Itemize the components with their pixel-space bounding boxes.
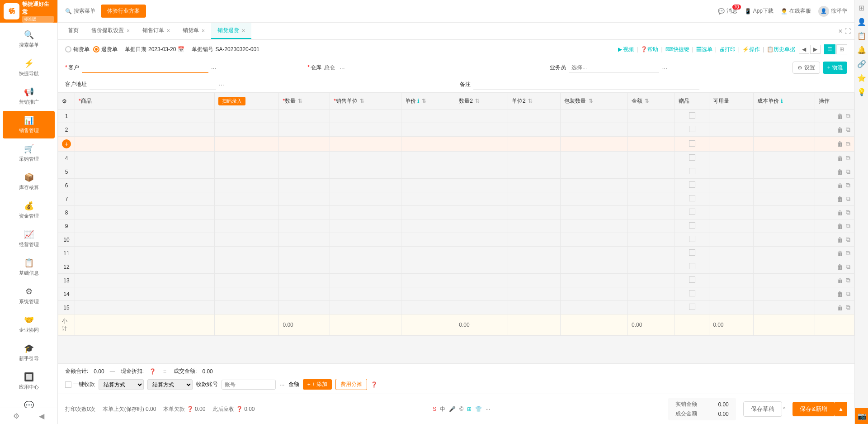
pkg-sort-icon[interactable]: ⇅	[589, 98, 593, 104]
gift-checkbox[interactable]	[689, 209, 695, 215]
delete-row-btn[interactable]: 🗑	[837, 155, 843, 162]
topbar-search[interactable]: 🔍 搜索菜单	[65, 7, 95, 15]
copy-row-btn[interactable]: ⧉	[846, 290, 850, 298]
calc-method-select[interactable]: 结算方式	[147, 379, 193, 390]
copy-row-btn[interactable]: ⧉	[846, 154, 850, 162]
delete-row-btn[interactable]: 🗑	[837, 277, 843, 284]
expense-help-icon[interactable]: ❓	[371, 381, 377, 388]
qty2-sort-icon[interactable]: ⇅	[475, 98, 480, 104]
copy-row-btn[interactable]: ⧉	[846, 181, 850, 189]
topbar-message[interactable]: 💬 消息 70	[718, 7, 737, 15]
online-service-btn[interactable]: 👨‍💼 在线客服	[781, 7, 811, 15]
delete-row-btn[interactable]: 🗑	[837, 168, 843, 176]
rp-icon-3[interactable]: 📋	[857, 32, 866, 40]
tab-sales-bill[interactable]: 销货单 ×	[176, 23, 211, 39]
settings-footer-btn[interactable]: ⚙	[13, 412, 19, 420]
unit-sort-icon[interactable]: ⇅	[360, 98, 364, 104]
sidebar-item-finance[interactable]: 💰 资金管理	[3, 196, 55, 224]
radio-sales-bill[interactable]: 销货单	[65, 46, 90, 53]
close-sales-bill-tab[interactable]: ×	[202, 28, 205, 34]
account-dots[interactable]: ···	[279, 381, 285, 388]
sidebar-item-wechat[interactable]: 💬 企业微信	[3, 396, 55, 408]
list-view-btn[interactable]: ☰	[824, 44, 835, 54]
save-new-chevron[interactable]: ▲	[835, 402, 847, 416]
delete-row-btn[interactable]: 🗑	[837, 182, 843, 189]
sidebar-item-operation[interactable]: 📈 经营管理	[3, 225, 55, 252]
delete-row-btn[interactable]: 🗑	[837, 236, 843, 243]
copy-row-btn[interactable]: ⧉	[846, 222, 850, 230]
rp-icon-2[interactable]: 👤	[857, 18, 866, 26]
next-btn[interactable]: ▶	[810, 45, 821, 54]
delete-row-btn[interactable]: 🗑	[837, 263, 843, 271]
sidebar-item-marketing[interactable]: 📢 营销推广	[3, 82, 55, 110]
gift-checkbox[interactable]	[689, 181, 695, 188]
qty-sort-icon[interactable]: ⇅	[298, 98, 302, 104]
sidebar-item-enterprise[interactable]: 🤝 企业协同	[3, 310, 55, 338]
settle-method-select[interactable]: 结算方式	[99, 379, 144, 390]
delete-row-btn[interactable]: 🗑	[837, 223, 843, 230]
grid-view-btn[interactable]: ⊞	[836, 44, 847, 54]
save-new-btn[interactable]: 保存&新增	[793, 402, 835, 416]
setting-btn[interactable]: ⚙ 设置	[793, 62, 820, 74]
amount-sort-icon[interactable]: ⇅	[645, 98, 649, 104]
gift-checkbox[interactable]	[689, 195, 695, 201]
delete-row-btn[interactable]: 🗑	[837, 140, 843, 148]
delete-row-btn[interactable]: 🗑	[837, 209, 843, 216]
product-input-active[interactable]	[79, 141, 211, 147]
rp-icon-4[interactable]: 🔔	[857, 46, 866, 54]
customer-dots[interactable]: ···	[211, 64, 217, 71]
delete-row-btn[interactable]: 🗑	[837, 195, 843, 203]
sidebar-item-base-info[interactable]: 📋 基础信息	[3, 253, 55, 281]
gift-checkbox[interactable]	[689, 154, 695, 161]
rp-icon-7[interactable]: 💡	[857, 88, 866, 96]
table-header-gear[interactable]: ⚙	[58, 93, 75, 110]
close-sales-order-tab[interactable]: ×	[167, 28, 170, 34]
gift-checkbox[interactable]	[689, 112, 695, 119]
app-download-btn[interactable]: 📱 App下载	[745, 7, 774, 15]
copy-row-btn[interactable]: ⧉	[846, 263, 850, 271]
close-price-extract-tab[interactable]: ×	[127, 28, 130, 34]
tab-home[interactable]: 首页	[61, 23, 85, 39]
rp-icon-5[interactable]: 🔗	[857, 60, 866, 68]
collapse-footer-btn[interactable]: ◀	[39, 412, 44, 420]
save-draft-btn[interactable]: 保存草稿	[743, 401, 782, 417]
tab-price-extract[interactable]: 售价提取设置 ×	[85, 23, 136, 39]
close-sales-return-tab[interactable]: ×	[242, 28, 245, 34]
copy-row-btn[interactable]: ⧉	[846, 168, 850, 176]
rp-icon-1[interactable]: ⊞	[859, 4, 864, 12]
close-all-tabs[interactable]: ✕ ⛶	[838, 28, 851, 35]
sidebar-item-inventory[interactable]: 📦 库存核算	[3, 168, 55, 195]
rp-icon-6[interactable]: ⭐	[857, 74, 866, 82]
select-link[interactable]: ☰选单	[696, 46, 712, 53]
history-link[interactable]: 📋历史单据	[767, 46, 795, 53]
sidebar-item-app-center[interactable]: 🔲 应用中心	[3, 367, 55, 395]
sidebar-item-search[interactable]: 🔍 搜索菜单	[3, 25, 55, 53]
radio-return-bill[interactable]: 退货单	[93, 46, 118, 53]
delete-row-btn[interactable]: 🗑	[837, 126, 843, 133]
scan-btn[interactable]: 扫码录入	[218, 97, 245, 105]
sidebar-item-system[interactable]: ⚙ 系统管理	[3, 282, 55, 310]
delete-row-btn[interactable]: 🗑	[837, 250, 843, 257]
gift-checkbox[interactable]	[689, 304, 695, 310]
shortcut-link[interactable]: ⌨快捷键	[665, 46, 689, 53]
customer-addr-input[interactable]	[90, 79, 216, 90]
price-info-icon[interactable]: ℹ	[417, 98, 420, 104]
gift-checkbox[interactable]	[689, 276, 695, 283]
account-input[interactable]	[222, 380, 276, 390]
gift-checkbox[interactable]	[689, 290, 695, 296]
gift-checkbox[interactable]	[689, 222, 695, 229]
sidebar-item-guide[interactable]: 🎓 新手引导	[3, 339, 55, 367]
copy-row-btn[interactable]: ⧉	[846, 195, 850, 203]
gift-checkbox[interactable]	[689, 140, 695, 147]
remark-input[interactable]	[473, 79, 699, 90]
prev-btn[interactable]: ◀	[799, 45, 809, 54]
copy-row-btn[interactable]: ⧉	[846, 236, 850, 243]
salesperson-input[interactable]	[569, 62, 659, 73]
rp-icon-bottom[interactable]: 📷	[855, 408, 868, 424]
help-link[interactable]: ❓帮助	[641, 46, 658, 53]
salesperson-dots[interactable]: ···	[662, 64, 667, 71]
delete-row-btn[interactable]: 🗑	[837, 304, 843, 311]
copy-row-btn[interactable]: ⧉	[846, 276, 850, 284]
tab-sales-return[interactable]: 销货退货 ×	[211, 23, 251, 39]
user-menu[interactable]: 👤 徐泽华	[818, 6, 847, 17]
